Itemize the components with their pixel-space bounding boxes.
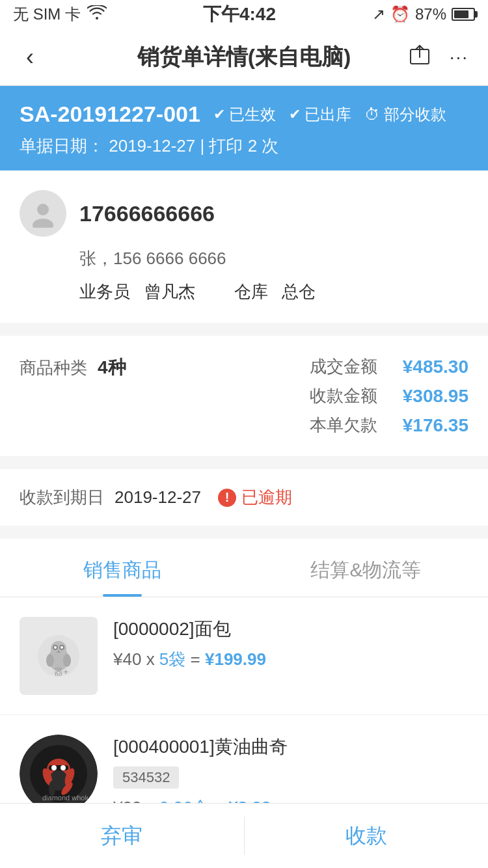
nav-actions: ··· xyxy=(409,44,468,70)
product-name-2: [000400001]黄油曲奇 xyxy=(113,735,468,759)
back-button[interactable]: ‹ xyxy=(20,37,40,77)
product-image-2: diamond whole xyxy=(20,735,98,813)
tabs-row: 销售商品 结算&物流等 xyxy=(0,539,488,597)
product-total-1: ¥199.99 xyxy=(205,649,266,669)
clock-icon: ⏱ xyxy=(364,105,380,124)
type-value: 4种 xyxy=(98,355,126,380)
warehouse: 仓库 总仓 xyxy=(234,280,316,303)
svg-point-8 xyxy=(54,646,57,649)
status-left: 无 SIM 卡 xyxy=(13,4,107,25)
cancel-button[interactable]: 弃审 xyxy=(0,804,244,868)
svg-point-2 xyxy=(33,219,53,228)
battery-label: 87% xyxy=(415,5,446,23)
overdue-badge: ! 已逾期 xyxy=(218,486,292,509)
status-bar: 无 SIM 卡 下午4:42 ↗ ⏰ 87% xyxy=(0,0,488,29)
svg-point-18 xyxy=(51,765,57,770)
more-button[interactable]: ··· xyxy=(450,47,468,68)
product-name-1: [0000002]面包 xyxy=(113,617,468,642)
product-placeholder-icon: 器+ xyxy=(20,617,98,695)
check-icon-1: ✔ xyxy=(213,106,225,123)
amount-label: 成交金额 xyxy=(310,355,377,378)
svg-point-1 xyxy=(37,204,49,215)
status-partial-label: 部分收款 xyxy=(384,104,446,125)
status-shipped-label: 已出库 xyxy=(305,104,351,125)
due-section: 收款到期日 2019-12-27 ! 已逾期 xyxy=(0,469,488,526)
product-thumb-2: diamond whole xyxy=(20,735,98,813)
order-date: 2019-12-27 xyxy=(109,136,195,156)
svg-point-9 xyxy=(61,646,63,649)
product-price-1: ¥40 xyxy=(113,649,141,669)
received-label: 收款金额 xyxy=(310,385,377,407)
sim-label: 无 SIM 卡 xyxy=(13,4,81,25)
status-tag-partial: ⏱ 部分收款 xyxy=(364,104,446,125)
overdue-icon: ! xyxy=(218,489,236,507)
status-tag-effective: ✔ 已生效 xyxy=(213,104,276,125)
alarm-icon: ⏰ xyxy=(390,5,410,23)
status-tag-shipped: ✔ 已出库 xyxy=(289,104,351,125)
confirm-label: 收款 xyxy=(346,822,387,850)
svg-point-11 xyxy=(46,654,54,667)
tab-settlement[interactable]: 结算&物流等 xyxy=(244,539,488,597)
due-label: 收款到期日 xyxy=(20,486,104,509)
status-effective-label: 已生效 xyxy=(229,104,276,125)
product-info-1: [0000002]面包 ¥40 x 5袋 = ¥199.99 xyxy=(113,617,468,671)
nav-bar: ‹ 销货单详情(来自电脑) ··· xyxy=(0,29,488,86)
location-icon: ↗ xyxy=(372,5,385,23)
check-icon-2: ✔ xyxy=(289,106,301,123)
customer-meta: 业务员 曾凡杰 仓库 总仓 xyxy=(20,280,468,303)
tabs-section: 销售商品 结算&物流等 xyxy=(0,539,488,597)
product-thumb-1: 器+ xyxy=(20,617,98,695)
svg-point-19 xyxy=(61,765,66,770)
product-item: 器+ [0000002]面包 ¥40 x 5袋 = ¥199.99 xyxy=(0,597,488,715)
product-qty-1: 5袋 xyxy=(159,649,185,669)
product-badge-2: 534532 xyxy=(113,766,179,789)
amount-row-owed: 本单欠款 ¥176.35 xyxy=(310,414,468,437)
order-header-banner: SA-20191227-001 ✔ 已生效 ✔ 已出库 ⏱ 部分收款 单据日期：… xyxy=(0,86,488,170)
sales-person: 业务员 曾凡杰 xyxy=(79,280,195,303)
amount-value: ¥485.30 xyxy=(390,357,468,377)
tab-sales-products[interactable]: 销售商品 xyxy=(0,539,244,597)
owed-label: 本单欠款 xyxy=(310,414,377,437)
customer-detail: 张，156 6666 6666 xyxy=(20,247,468,270)
svg-text:器+: 器+ xyxy=(54,666,68,677)
print-info: | 打印 2 次 xyxy=(200,136,278,156)
product-price-row-1: ¥40 x 5袋 = ¥199.99 xyxy=(113,648,468,671)
tab-1-label: 销售商品 xyxy=(83,559,161,580)
svg-point-12 xyxy=(63,654,71,667)
order-date-row: 单据日期： 2019-12-27 | 打印 2 次 xyxy=(20,135,468,157)
order-id-row: SA-20191227-001 ✔ 已生效 ✔ 已出库 ⏱ 部分收款 xyxy=(20,102,468,127)
sales-value: 曾凡杰 xyxy=(144,282,195,301)
status-time: 下午4:42 xyxy=(203,2,276,27)
amount-row-received: 收款金额 ¥308.95 xyxy=(310,385,468,407)
type-label: 商品种类 xyxy=(20,357,87,379)
svg-text:diamond whole: diamond whole xyxy=(42,794,88,802)
wifi-icon xyxy=(87,5,107,23)
battery-icon xyxy=(452,8,475,21)
customer-avatar xyxy=(20,190,66,237)
cancel-label: 弃审 xyxy=(101,822,142,850)
due-date: 2019-12-27 xyxy=(115,487,201,508)
warehouse-label: 仓库 xyxy=(234,282,268,301)
owed-value: ¥176.35 xyxy=(390,415,468,436)
summary-section: 商品种类 4种 成交金额 ¥485.30 收款金额 ¥308.95 本单欠款 ¥… xyxy=(0,336,488,456)
amount-row-total: 成交金额 ¥485.30 xyxy=(310,355,468,378)
bottom-bar: 弃审 收款 xyxy=(0,803,488,868)
summary-left: 商品种类 4种 xyxy=(20,355,310,380)
date-label: 单据日期： xyxy=(20,136,104,156)
page-title: 销货单详情(来自电脑) xyxy=(137,42,351,72)
summary-right: 成交金额 ¥485.30 收款金额 ¥308.95 本单欠款 ¥176.35 xyxy=(310,355,468,437)
tab-2-label: 结算&物流等 xyxy=(310,559,421,580)
sales-label: 业务员 xyxy=(79,282,130,301)
share-button[interactable] xyxy=(409,44,430,70)
customer-row: 17666666666 xyxy=(20,190,468,237)
received-value: ¥308.95 xyxy=(390,386,468,407)
order-id: SA-20191227-001 xyxy=(20,102,200,127)
status-right: ↗ ⏰ 87% xyxy=(372,5,475,23)
confirm-button[interactable]: 收款 xyxy=(245,804,489,868)
customer-name: 17666666666 xyxy=(79,201,215,226)
warehouse-value: 总仓 xyxy=(282,282,316,301)
overdue-text: 已逾期 xyxy=(241,486,292,509)
customer-section: 17666666666 张，156 6666 6666 业务员 曾凡杰 仓库 总… xyxy=(0,170,488,323)
